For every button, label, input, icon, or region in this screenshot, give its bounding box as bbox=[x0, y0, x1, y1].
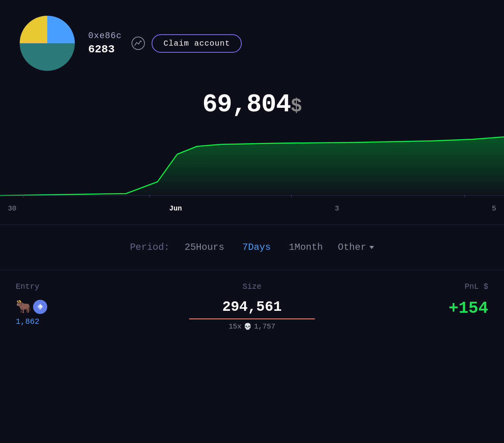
pie-chart bbox=[16, 12, 79, 75]
total-value: 69,804$ bbox=[0, 83, 504, 123]
claim-account-button[interactable]: Claim account bbox=[152, 34, 242, 53]
positions-header: Entry Size PnL $ bbox=[16, 282, 488, 291]
account-info: 0xe86c 6283 bbox=[88, 31, 122, 55]
pnl-col: +154 bbox=[410, 299, 488, 318]
period-25hours[interactable]: 25Hours bbox=[182, 240, 228, 254]
period-7days[interactable]: 7Days bbox=[239, 240, 274, 254]
period-other[interactable]: Other bbox=[338, 242, 374, 253]
period-other-label: Other bbox=[338, 242, 366, 253]
entry-col: 🐂 1,862 bbox=[16, 299, 94, 326]
eth-icon bbox=[33, 300, 47, 314]
x-axis-labels: 30 Jun 3 5 bbox=[0, 201, 504, 220]
bull-icon: 🐂 bbox=[16, 299, 32, 315]
skull-icon: 💀 bbox=[244, 323, 252, 330]
period-label: Period: bbox=[130, 242, 170, 253]
x-label-30: 30 bbox=[8, 205, 17, 212]
liquidation-value: 1,757 bbox=[254, 323, 275, 330]
header-actions: Claim account bbox=[131, 34, 242, 53]
pnl-value: +154 bbox=[448, 299, 488, 318]
col-size-label: Size bbox=[94, 282, 410, 291]
col-entry-label: Entry bbox=[16, 282, 94, 291]
position-row: 🐂 1,862 294,561 15x 💀 1,757 bbox=[16, 299, 488, 330]
header-section: 0xe86c 6283 Claim account bbox=[0, 0, 504, 83]
leverage: 15x bbox=[229, 323, 241, 330]
size-details: 15x 💀 1,757 bbox=[229, 323, 275, 330]
line-chart bbox=[0, 123, 504, 201]
positions-section: Entry Size PnL $ 🐂 1,862 294, bbox=[0, 270, 504, 346]
account-number: 6283 bbox=[88, 43, 122, 55]
entry-value: 1,862 bbox=[16, 317, 94, 326]
chevron-down-icon bbox=[369, 246, 374, 249]
account-address: 0xe86c bbox=[88, 31, 122, 41]
dollar-sign: $ bbox=[291, 96, 302, 117]
entry-icons: 🐂 bbox=[16, 299, 94, 315]
period-1month[interactable]: 1Month bbox=[286, 240, 326, 254]
x-label-jun: Jun bbox=[169, 205, 182, 212]
total-value-number: 69,804 bbox=[202, 90, 291, 119]
size-value: 294,561 bbox=[222, 299, 282, 315]
chart-section: 69,804$ 30 Jun 3 bbox=[0, 83, 504, 224]
col-pnl-label: PnL $ bbox=[410, 282, 488, 291]
chart-icon bbox=[131, 36, 145, 50]
x-label-3: 3 bbox=[335, 205, 339, 212]
size-bar bbox=[189, 318, 315, 319]
size-col: 294,561 15x 💀 1,757 bbox=[94, 299, 410, 330]
period-section: Period: 25Hours 7Days 1Month Other bbox=[0, 225, 504, 270]
x-label-5: 5 bbox=[492, 205, 496, 212]
